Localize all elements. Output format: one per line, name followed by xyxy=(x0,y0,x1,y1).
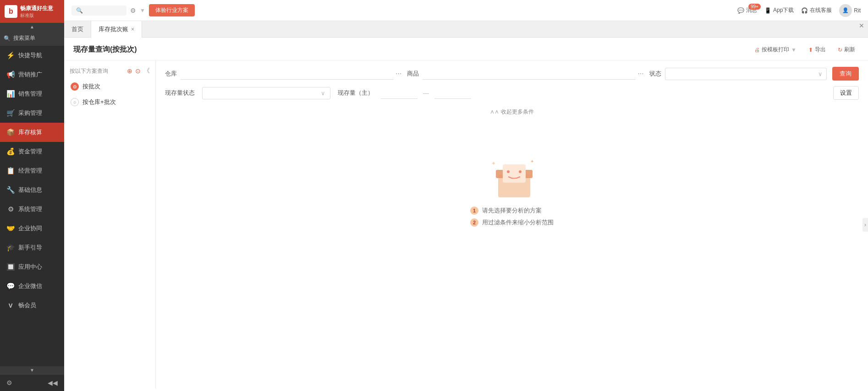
avatar: 👤 xyxy=(839,4,852,17)
left-panel-icons: ⊕ ⊙ 《 xyxy=(127,67,150,75)
print-btn[interactable]: 🖨 按模板打印 ▼ xyxy=(751,44,800,55)
sidebar-item-enterprise[interactable]: 🤝 企业协同 xyxy=(0,219,64,238)
sidebar-item-finance[interactable]: 💰 资金管理 xyxy=(0,142,64,161)
scheme-header-label: 按以下方案查询 xyxy=(70,67,108,75)
add-scheme-icon[interactable]: ⊕ xyxy=(127,67,132,75)
sidebar-item-operation[interactable]: 📋 经营管理 xyxy=(0,161,64,180)
product-dots[interactable]: ··· xyxy=(637,70,643,78)
vip-icon: V xyxy=(6,302,15,309)
status-filter-group: 状态 ∨ xyxy=(649,68,827,80)
product-input[interactable] xyxy=(423,68,636,80)
warehouse-input[interactable] xyxy=(181,68,394,80)
sales-icon: 📊 xyxy=(6,90,15,98)
tab-inventory[interactable]: 库存批次账 × xyxy=(91,21,142,38)
tip-num-2: 2 xyxy=(470,218,478,227)
tab-home[interactable]: 首页 xyxy=(64,21,91,38)
export-btn[interactable]: ⬆ 导出 xyxy=(805,44,830,55)
svg-point-4 xyxy=(519,170,522,173)
sidebar-item-basic[interactable]: 🔧 基础信息 xyxy=(0,180,64,200)
sidebar-item-sales[interactable]: 📊 销售管理 xyxy=(0,84,64,103)
sidebar-item-wechat[interactable]: 💬 企业微信 xyxy=(0,277,64,296)
sidebar-item-system[interactable]: ⚙ 系统管理 xyxy=(0,200,64,219)
sidebar-item-vip[interactable]: V 畅会员 xyxy=(0,296,64,315)
sidebar-search[interactable]: 🔍 搜索菜单 xyxy=(0,31,64,46)
sidebar-item-purchase[interactable]: 🛒 采购管理 xyxy=(0,103,64,123)
right-panel: 仓库 ··· 商品 ··· 状态 ∨ xyxy=(156,60,868,389)
enterprise-icon: 🤝 xyxy=(6,224,15,233)
messages-badge: 99+ xyxy=(748,4,761,10)
collapse-icon[interactable]: ◀◀ xyxy=(48,379,58,386)
tab-bar-close-btn[interactable]: ✕ xyxy=(859,22,864,29)
action-buttons: 查询 xyxy=(832,67,859,81)
sidebar-item-label: 采购管理 xyxy=(18,109,42,117)
collapse-row[interactable]: ∧∧ 收起更多条件 xyxy=(165,104,859,119)
stock-qty-min[interactable] xyxy=(381,87,418,99)
product-label: 商品 xyxy=(407,70,419,78)
app-download-btn[interactable]: 📱 App下载 xyxy=(764,6,794,14)
stock-qty-max[interactable] xyxy=(434,87,471,99)
apps-icon: 🔲 xyxy=(6,263,15,271)
messages-btn[interactable]: 💬 消息 99+ xyxy=(737,6,757,14)
sidebar-scroll-down[interactable]: ▼ xyxy=(0,366,64,374)
chevron-up-icon: ∧∧ xyxy=(490,109,499,115)
sidebar-item-newbie[interactable]: 🎓 新手引导 xyxy=(0,238,64,257)
sidebar-item-label: 畅会员 xyxy=(18,301,36,310)
topbar-gear-icon[interactable]: ⚙ xyxy=(130,7,136,14)
tab-close-btn[interactable]: × xyxy=(131,26,134,33)
empty-svg: ✦ ✦ xyxy=(489,156,539,202)
online-service-btn[interactable]: 🎧 在线客服 xyxy=(801,6,832,14)
online-service-label: 在线客服 xyxy=(810,6,832,14)
sidebar-item-label: 基础信息 xyxy=(18,186,42,194)
sidebar-item-quicknav[interactable]: ⚡ 快捷导航 xyxy=(0,46,64,65)
sidebar-nav: ⚡ 快捷导航 📢 营销推广 📊 销售管理 🛒 采购管理 📦 库存核算 💰 资金管… xyxy=(0,46,64,366)
sidebar-item-marketing[interactable]: 📢 营销推广 xyxy=(0,65,64,84)
stock-status-select[interactable]: ∨ xyxy=(202,87,330,99)
industry-btn[interactable]: 体验行业方案 xyxy=(149,4,195,16)
topbar-chevron-icon[interactable]: ▼ xyxy=(140,7,145,14)
collapse-label: 收起更多条件 xyxy=(501,109,534,115)
empty-tips: 1 请先选择要分析的方案 2 用过滤条件来缩小分析范围 xyxy=(470,206,554,227)
collapse-panel-icon[interactable]: 《 xyxy=(143,67,150,75)
status-chevron-icon: ∨ xyxy=(818,71,823,77)
scheme-dot-inactive: ○ xyxy=(71,98,79,106)
refresh-btn[interactable]: ↻ 刷新 xyxy=(834,44,859,55)
sidebar-item-label: 新手引导 xyxy=(18,244,42,252)
settings-icon[interactable]: ⚙ xyxy=(6,379,12,386)
gear-scheme-icon[interactable]: ⊙ xyxy=(135,67,141,75)
scheme-item-batch[interactable]: ⊙ 按批次 xyxy=(64,79,155,94)
sidebar-item-label: 销售管理 xyxy=(18,90,42,98)
scheme-dot-active: ⊙ xyxy=(71,82,79,91)
sidebar-item-apps[interactable]: 🔲 应用中心 xyxy=(0,257,64,277)
warehouse-label: 仓库 xyxy=(165,70,177,78)
user-avatar[interactable]: 👤 Rit xyxy=(839,4,861,17)
operation-icon: 📋 xyxy=(6,167,15,175)
topbar-left: 🔍 ⚙ ▼ 体验行业方案 xyxy=(71,4,195,16)
settings-btn[interactable]: 设置 xyxy=(833,86,859,100)
system-icon: ⚙ xyxy=(6,205,15,213)
sidebar-item-inventory[interactable]: 📦 库存核算 xyxy=(0,123,64,142)
right-panel-collapse-btn[interactable]: › xyxy=(863,218,868,232)
marketing-icon: 📢 xyxy=(6,71,15,79)
content-layout: 按以下方案查询 ⊕ ⊙ 《 ⊙ 按批次 ○ 按仓库+批次 xyxy=(64,60,868,389)
sidebar-item-label: 营销推广 xyxy=(18,71,42,79)
tip-num-1: 1 xyxy=(470,206,478,215)
sidebar-item-label: 企业微信 xyxy=(18,282,42,290)
sidebar-item-label: 系统管理 xyxy=(18,205,42,213)
page-title: 现存量查询(按批次) xyxy=(73,45,137,54)
svg-rect-2 xyxy=(503,164,526,183)
warehouse-dots[interactable]: ··· xyxy=(396,70,401,78)
filter-row-1: 仓库 ··· 商品 ··· 状态 ∨ xyxy=(165,67,859,81)
print-chevron-icon: ▼ xyxy=(791,47,797,53)
empty-state: ✦ ✦ 1 请先选择要分析的方案 2 用过滤条件来缩小分析范围 xyxy=(165,119,859,263)
scheme-item-warehouse-batch[interactable]: ○ 按仓库+批次 xyxy=(64,94,155,110)
sidebar-footer: ⚙ ◀◀ xyxy=(0,374,64,391)
sidebar-item-label: 库存核算 xyxy=(18,128,42,136)
status-select[interactable]: ∨ xyxy=(665,68,827,80)
query-btn[interactable]: 查询 xyxy=(832,67,859,81)
topbar-search-box[interactable]: 🔍 xyxy=(71,5,126,16)
stock-status-label: 现存量状态 xyxy=(165,89,195,97)
sidebar: b 畅康通好生意 标准版 ▲ 🔍 搜索菜单 ⚡ 快捷导航 📢 营销推广 📊 销售… xyxy=(0,0,64,391)
sidebar-item-label: 应用中心 xyxy=(18,263,42,271)
sidebar-scroll-up[interactable]: ▲ xyxy=(0,23,64,31)
filter-row-2: 现存量状态 ∨ 现存量（主） — 设置 xyxy=(165,86,859,100)
